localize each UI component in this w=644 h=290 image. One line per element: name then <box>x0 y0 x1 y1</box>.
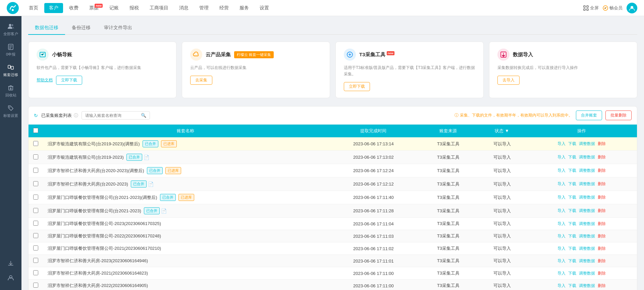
avatar[interactable] <box>627 3 637 13</box>
row-checkbox[interactable] <box>33 258 38 263</box>
action-调整数据[interactable]: 调整数据 <box>579 283 595 288</box>
search-input[interactable] <box>85 113 139 118</box>
action-调整数据[interactable]: 调整数据 <box>579 271 595 276</box>
sidebar-item-all-customers[interactable]: 全部客户 <box>0 19 21 40</box>
go-import-btn[interactable]: 去导入 <box>497 76 520 85</box>
search-btn[interactable]: 🔍 <box>141 113 146 118</box>
select-all-checkbox[interactable] <box>33 128 38 133</box>
row-checkbox[interactable] <box>33 221 38 226</box>
action-下载[interactable]: 下载 <box>568 168 576 173</box>
action-导入[interactable]: 导入 <box>557 283 566 288</box>
action-下载[interactable]: 下载 <box>568 283 576 288</box>
action-删除[interactable]: 删除 <box>598 141 606 146</box>
go-collect-btn[interactable]: 去采集 <box>190 76 212 85</box>
help-doc-link[interactable]: 帮助文档 <box>37 77 53 83</box>
row-checkbox[interactable] <box>33 208 38 213</box>
action-删除[interactable]: 删除 <box>598 259 606 263</box>
col-status-header[interactable]: 状态 ▼ <box>477 125 526 137</box>
action-调整数据[interactable]: 调整数据 <box>579 259 595 263</box>
action-下载[interactable]: 下载 <box>568 182 576 186</box>
action-下载[interactable]: 下载 <box>568 195 576 200</box>
file-icon[interactable]: 📄 <box>161 208 167 214</box>
sidebar-item-trash[interactable]: 回收站 <box>0 81 21 101</box>
nav-bill[interactable]: 票据new <box>85 3 103 13</box>
action-导入[interactable]: 导入 <box>557 182 566 186</box>
action-调整数据[interactable]: 调整数据 <box>579 221 595 226</box>
file-icon[interactable]: 📄 <box>144 155 149 160</box>
tab-data-migrate[interactable]: 数据包迁移 <box>28 21 65 35</box>
action-导入[interactable]: 导入 <box>557 195 566 200</box>
nav-message[interactable]: 消息 <box>174 3 193 13</box>
action-删除[interactable]: 删除 <box>598 234 606 238</box>
action-下载[interactable]: 下载 <box>568 221 576 226</box>
action-调整数据[interactable]: 调整数据 <box>579 182 595 186</box>
action-删除[interactable]: 删除 <box>598 182 606 186</box>
merge-btn[interactable]: 合并账套 <box>576 111 602 120</box>
sidebar-item-tags[interactable]: 标签设置 <box>0 101 21 122</box>
sidebar-item-user[interactable] <box>5 271 16 285</box>
action-下载[interactable]: 下载 <box>568 234 576 238</box>
nav-settings[interactable]: 设置 <box>255 3 274 13</box>
nav-fee[interactable]: 收费 <box>64 3 83 13</box>
action-导入[interactable]: 导入 <box>557 221 566 226</box>
action-导入[interactable]: 导入 <box>557 155 566 159</box>
row-checkbox[interactable] <box>33 154 38 159</box>
row-checkbox[interactable] <box>33 245 38 250</box>
member-btn[interactable]: 畅会员 <box>603 5 623 11</box>
action-导入[interactable]: 导入 <box>557 168 566 173</box>
sidebar-item-download[interactable] <box>5 257 16 271</box>
row-checkbox[interactable] <box>33 195 38 200</box>
action-导入[interactable]: 导入 <box>557 271 566 276</box>
row-checkbox[interactable] <box>33 181 38 186</box>
action-调整数据[interactable]: 调整数据 <box>579 234 595 238</box>
action-导入[interactable]: 导入 <box>557 259 566 263</box>
nav-service[interactable]: 服务 <box>235 3 254 13</box>
info-icon[interactable]: ⓘ <box>74 113 78 119</box>
row-checkbox[interactable] <box>33 270 38 275</box>
action-下载[interactable]: 下载 <box>568 246 576 251</box>
tab-audit-export[interactable]: 审计文件导出 <box>97 21 139 35</box>
action-下载[interactable]: 下载 <box>568 155 576 159</box>
action-导入[interactable]: 导入 <box>557 208 566 213</box>
action-导入[interactable]: 导入 <box>557 234 566 238</box>
action-调整数据[interactable]: 调整数据 <box>579 141 595 146</box>
row-checkbox[interactable] <box>33 283 38 288</box>
action-调整数据[interactable]: 调整数据 <box>579 208 595 213</box>
t3-download-btn[interactable]: 立即下载 <box>344 82 370 91</box>
row-checkbox[interactable] <box>33 233 38 238</box>
action-下载[interactable]: 下载 <box>568 141 576 146</box>
action-下载[interactable]: 下载 <box>568 208 576 213</box>
nav-manage[interactable]: 管理 <box>195 3 213 13</box>
file-icon[interactable]: 📄 <box>148 182 154 187</box>
action-删除[interactable]: 删除 <box>598 195 606 200</box>
action-调整数据[interactable]: 调整数据 <box>579 246 595 251</box>
action-删除[interactable]: 删除 <box>598 246 606 251</box>
action-删除[interactable]: 删除 <box>598 208 606 213</box>
nav-tax[interactable]: 报税 <box>125 3 144 13</box>
action-下载[interactable]: 下载 <box>568 271 576 276</box>
batch-delete-btn[interactable]: 批量删除 <box>605 111 632 120</box>
action-删除[interactable]: 删除 <box>598 283 606 288</box>
row-checkbox[interactable] <box>33 168 38 173</box>
nav-customer[interactable]: 客户 <box>44 3 63 13</box>
action-导入[interactable]: 导入 <box>557 246 566 251</box>
nav-operation[interactable]: 经营 <box>215 3 233 13</box>
action-下载[interactable]: 下载 <box>568 259 576 263</box>
logo[interactable] <box>7 2 19 14</box>
tab-backup-migrate[interactable]: 备份迁移 <box>65 21 97 35</box>
sidebar-item-zero-report[interactable]: 0申报 <box>0 40 21 60</box>
sidebar-item-migrate[interactable]: 账套迁移 <box>0 60 21 81</box>
action-删除[interactable]: 删除 <box>598 271 606 276</box>
nav-business[interactable]: 工商项目 <box>145 3 173 13</box>
refresh-icon[interactable]: ↻ <box>34 113 38 118</box>
nav-home[interactable]: 首页 <box>24 3 43 13</box>
action-删除[interactable]: 删除 <box>598 155 606 159</box>
action-调整数据[interactable]: 调整数据 <box>579 155 595 159</box>
action-导入[interactable]: 导入 <box>557 141 566 146</box>
nav-account[interactable]: 记账 <box>105 3 123 13</box>
row-checkbox[interactable] <box>33 141 38 146</box>
action-删除[interactable]: 删除 <box>598 221 606 226</box>
action-删除[interactable]: 删除 <box>598 168 606 173</box>
fullscreen-btn[interactable]: 全屏 <box>583 5 599 11</box>
download-now-btn[interactable]: 立即下载 <box>56 76 82 85</box>
